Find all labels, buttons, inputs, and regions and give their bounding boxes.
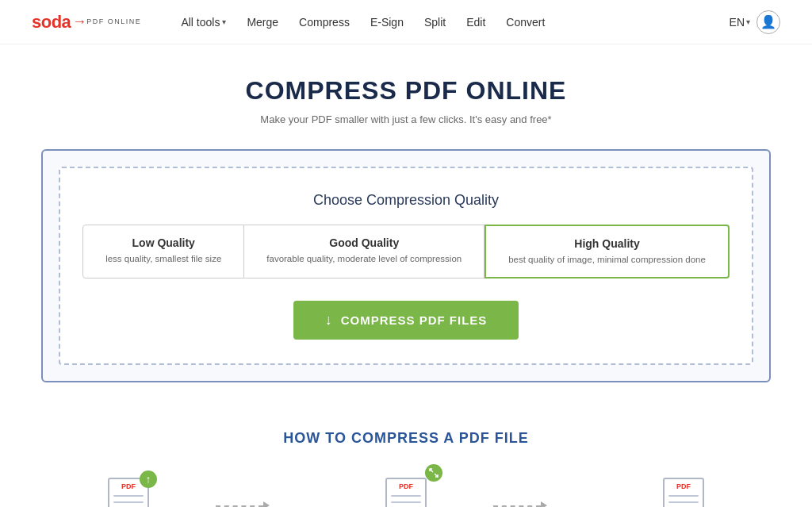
main-nav: All tools ▾ Merge Compress E-Sign Split … [173, 11, 729, 33]
logo-text: soda [32, 12, 71, 33]
nav-merge[interactable]: Merge [239, 11, 286, 33]
logo-arrow-icon: → [72, 13, 86, 30]
compress-button-label: COMPRESS PDF FILES [341, 313, 488, 327]
quality-high[interactable]: High Quality best quality of image, mini… [485, 225, 730, 278]
quality-good-desc: favorable quality, moderate level of com… [266, 252, 462, 265]
quality-high-name: High Quality [508, 237, 706, 250]
header: soda → PDF ONLINE All tools ▾ Merge Comp… [0, 0, 812, 44]
pdf-line [668, 501, 699, 503]
nav-edit[interactable]: Edit [458, 11, 493, 33]
dotted-line-1 [216, 505, 263, 507]
quality-low[interactable]: Low Quality less quality, smallest file … [82, 225, 244, 278]
connector-1 [216, 471, 319, 507]
quality-options: Low Quality less quality, smallest file … [76, 225, 736, 278]
user-account-button[interactable]: 👤 [756, 10, 780, 34]
nav-convert[interactable]: Convert [498, 11, 553, 33]
quality-good-name: Good Quality [266, 236, 462, 249]
step-1-badge: ↑ [140, 471, 157, 488]
nav-compress[interactable]: Compress [291, 11, 358, 33]
step-3: ↓ 3. View and Download [596, 471, 771, 507]
quality-low-name: Low Quality [105, 236, 221, 249]
pdf-line [113, 501, 144, 503]
lang-dropdown-icon: ▾ [746, 17, 750, 26]
step-2-icon [374, 471, 438, 507]
step-2: 2. Automatic Size Reduction [319, 471, 493, 507]
nav-esign[interactable]: E-Sign [362, 11, 412, 33]
how-to-title: HOW TO COMPRESS A PDF FILE [41, 430, 771, 447]
step-1-icon: ↑ [97, 471, 160, 507]
dropdown-arrow-icon: ▾ [222, 17, 226, 26]
upload-outer-box: Choose Compression Quality Low Quality l… [41, 149, 771, 382]
nav-split[interactable]: Split [416, 11, 454, 33]
pdf-line [391, 495, 421, 497]
nav-all-tools[interactable]: All tools ▾ [173, 11, 234, 33]
page-subtitle: Make your PDF smaller with just a few cl… [41, 113, 771, 125]
language-selector[interactable]: EN ▾ [730, 16, 750, 29]
page-title: COMPRESS PDF ONLINE [41, 76, 771, 106]
connector-2 [493, 471, 596, 507]
pdf-line [391, 501, 421, 503]
quality-good[interactable]: Good Quality favorable quality, moderate… [244, 225, 485, 278]
compression-section-title: Choose Compression Quality [76, 192, 736, 209]
compress-button[interactable]: ↓ COMPRESS PDF FILES [293, 301, 519, 340]
pdf-line [668, 495, 699, 497]
arrow-1 [263, 501, 270, 507]
step-1: ↑ 1. Choose a file to compress [41, 471, 216, 507]
pdf-doc-icon-3 [663, 478, 704, 507]
pdf-doc-icon-2 [385, 478, 427, 507]
dotted-line-2 [493, 505, 541, 507]
nav-right: EN ▾ 👤 [730, 10, 780, 34]
quality-high-desc: best quality of image, minimal compressi… [508, 253, 706, 266]
upload-inner-box[interactable]: Choose Compression Quality Low Quality l… [59, 167, 753, 365]
steps-row: ↑ 1. Choose a file to compress [41, 471, 771, 507]
main-content: COMPRESS PDF ONLINE Make your PDF smalle… [25, 44, 787, 507]
quality-low-desc: less quality, smallest file size [105, 252, 221, 265]
logo[interactable]: soda → PDF ONLINE [32, 12, 141, 33]
arrow-2 [541, 501, 547, 507]
compress-icon: ↓ [325, 312, 333, 328]
step-2-badge [425, 464, 442, 482]
pdf-line [113, 495, 144, 497]
step-3-icon: ↓ [652, 471, 715, 507]
how-to-section: HOW TO COMPRESS A PDF FILE ↑ 1. Choose a… [41, 414, 771, 507]
logo-sub: PDF ONLINE [86, 17, 141, 25]
